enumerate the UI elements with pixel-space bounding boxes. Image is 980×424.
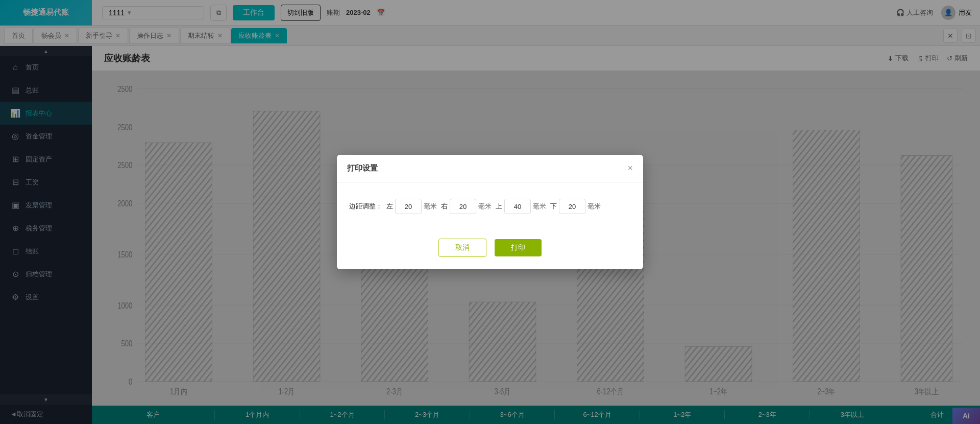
right-input[interactable] [450, 199, 476, 214]
left-unit: 毫米 [424, 202, 437, 211]
bottom-unit: 毫米 [587, 202, 601, 211]
top-label: 上 [496, 202, 502, 211]
margin-left-group: 左 毫米 [386, 199, 437, 214]
left-input[interactable] [395, 199, 422, 214]
bottom-margin-label: 下 [550, 202, 557, 211]
top-input[interactable] [504, 199, 531, 214]
dialog-footer: 取消 打印 [337, 230, 643, 269]
right-unit: 毫米 [478, 202, 492, 211]
dialog-body: 边距调整： 左 毫米 右 毫米 上 毫米 下 [337, 182, 643, 230]
margin-label: 边距调整： [349, 202, 382, 211]
left-label: 左 [386, 202, 393, 211]
margin-top-group: 上 毫米 [496, 199, 546, 214]
dialog-title: 打印设置 [347, 163, 378, 173]
margin-bottom-group: 下 毫米 [550, 199, 601, 214]
cancel-button[interactable]: 取消 [438, 239, 486, 257]
right-label: 右 [441, 202, 448, 211]
print-settings-dialog: 打印设置 × 边距调整： 左 毫米 右 毫米 上 毫米 [337, 155, 643, 269]
bottom-input[interactable] [559, 199, 585, 214]
dialog-header: 打印设置 × [337, 155, 643, 182]
dialog-close-button[interactable]: × [627, 163, 633, 174]
margin-row: 边距调整： 左 毫米 右 毫米 上 毫米 下 [349, 199, 631, 214]
print-confirm-button[interactable]: 打印 [495, 239, 542, 256]
top-unit: 毫米 [533, 202, 546, 211]
margin-right-group: 右 毫米 [441, 199, 492, 214]
dialog-overlay: 打印设置 × 边距调整： 左 毫米 右 毫米 上 毫米 [0, 0, 980, 424]
